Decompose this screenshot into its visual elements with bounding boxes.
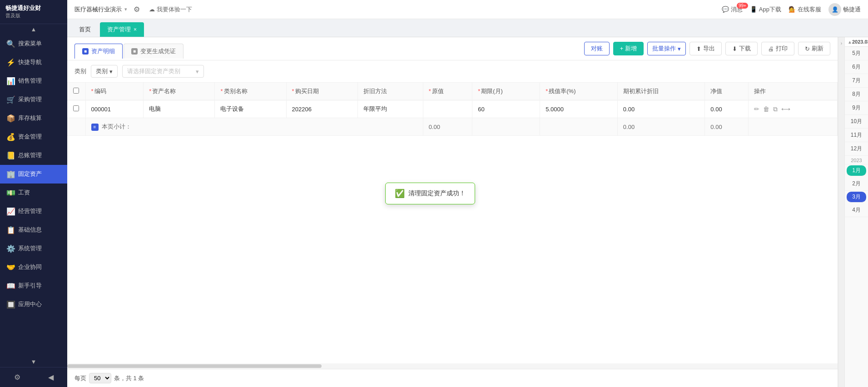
sidebar-item-payroll[interactable]: 💵 工资 (0, 184, 67, 202)
sidebar-item-label-inventory: 库存核算 (18, 114, 42, 122)
company-selector[interactable]: 医疗器械行业演示 ▾ (74, 5, 127, 14)
sidebar-scroll-down[interactable]: ▼ (0, 357, 67, 367)
per-page-select[interactable]: 50 (89, 373, 111, 383)
row-initial-accumulated: 0.00 (617, 100, 705, 118)
tab-asset-management[interactable]: 资产管理 × (100, 22, 144, 37)
select-all-checkbox[interactable] (73, 88, 79, 94)
app-download-btn[interactable]: 📱 App下载 (750, 5, 781, 14)
payroll-icon: 💵 (6, 189, 15, 197)
category-value-select[interactable]: 请选择固定资产类别 ▾ (122, 65, 204, 78)
sub-tab-asset-detail[interactable]: ■ 资产明细 (74, 44, 123, 59)
company-dropdown-arrow: ▾ (124, 6, 127, 12)
sub-tab-voucher[interactable]: ■ 变更生成凭证 (124, 44, 184, 59)
export-button[interactable]: ⬆ 导出 (689, 42, 722, 55)
month-aug[interactable]: 8月 (845, 88, 868, 101)
user-menu[interactable]: 👤 畅捷通 (828, 3, 861, 16)
th-period: *期限(月) (472, 83, 540, 100)
download-btn-icon: ⬇ (732, 45, 737, 52)
category-type-select[interactable]: 类别 ▾ (91, 65, 118, 78)
row-name: 电脑 (144, 100, 215, 118)
ledger-icon: 📒 (6, 151, 15, 160)
batch-button[interactable]: 批量操作 ▾ (647, 42, 686, 55)
category-type-arrow: ▾ (109, 68, 113, 75)
category-type-value: 类别 (96, 67, 108, 75)
month-may[interactable]: 5月 (845, 47, 868, 60)
toast-message: 清理固定资产成功！ (408, 189, 466, 198)
settings-gear-icon[interactable]: ⚙ (132, 3, 142, 15)
experience-btn[interactable]: ☁ 我要体验一下 (149, 5, 192, 14)
new-button[interactable]: + 新增 (613, 42, 644, 55)
sidebar-item-quick-nav[interactable]: ⚡ 快捷导航 (0, 53, 67, 72)
sidebar-item-system[interactable]: ⚙️ 系统管理 (0, 239, 67, 258)
month-dec[interactable]: 12月 (845, 142, 868, 156)
sidebar-item-label-payroll: 工资 (18, 189, 30, 197)
month-feb[interactable]: 2月 (845, 177, 868, 191)
refresh-icon: ↻ (805, 45, 810, 52)
sidebar-item-search[interactable]: 🔍 搜索菜单 (0, 35, 67, 53)
panel-up-arrow[interactable]: ▲ (848, 40, 852, 45)
month-sep[interactable]: 9月 (845, 101, 868, 115)
subtotal-row: ≡ 本页小计： 0.00 0.00 0.00 (67, 118, 838, 136)
sidebar-item-operations[interactable]: 📈 经营管理 (0, 202, 67, 221)
subtotal-original: 0.00 (423, 118, 472, 136)
collapse-icon[interactable]: ◀ (45, 371, 57, 383)
purchase-icon: 🛒 (6, 95, 15, 104)
online-service-btn[interactable]: 💁 在线客服 (789, 5, 821, 14)
download-button[interactable]: ⬇ 下载 (725, 42, 758, 55)
more-icon[interactable]: ⟷ (781, 105, 790, 113)
month-apr[interactable]: 4月 (845, 203, 868, 217)
tab-active-label: 资产管理 (107, 25, 131, 34)
sidebar-item-finance[interactable]: 💰 资金管理 (0, 128, 67, 146)
sidebar-item-basic-info[interactable]: 📋 基础信息 (0, 221, 67, 239)
th-depreciation-method: 折旧方法 (357, 83, 423, 100)
search-icon: 🔍 (6, 40, 15, 48)
user-name: 畅捷通 (843, 5, 861, 14)
month-jun[interactable]: 6月 (845, 60, 868, 74)
scrollbar-thumb[interactable] (67, 364, 322, 368)
month-jul[interactable]: 7月 (845, 74, 868, 88)
th-initial-accumulated: 期初累计折旧 (617, 83, 705, 100)
row-net-value: 0.00 (705, 100, 748, 118)
app-edition: 普及版 (5, 12, 62, 19)
right-panel: ▲ 2023.03 ▼ 5月 6月 7月 8月 9月 10月 11月 12月 2… (844, 37, 868, 387)
right-panel-months: 5月 6月 7月 8月 9月 10月 11月 12月 2023 1月 2月 3月… (845, 47, 868, 387)
panel-collapse-arrow: › (841, 41, 842, 46)
sales-icon: 📊 (6, 77, 15, 85)
delete-icon[interactable]: 🗑 (763, 105, 769, 113)
panel-collapse-btn[interactable]: › (838, 37, 844, 387)
reconcile-button[interactable]: 对账 (584, 42, 610, 55)
th-name: *资产名称 (144, 83, 215, 100)
row-checkbox[interactable] (73, 105, 79, 111)
sidebar-item-enterprise[interactable]: 🤝 企业协同 (0, 258, 67, 277)
total-count-label: 条，共 1 条 (114, 374, 144, 382)
batch-arrow-icon: ▾ (678, 45, 681, 52)
message-btn[interactable]: 💬 消息 99+ (722, 5, 743, 14)
sidebar-item-fixed-assets[interactable]: 🏢 固定资产 (0, 165, 67, 184)
horizontal-scrollbar[interactable] (67, 363, 838, 369)
refresh-button[interactable]: ↻ 刷新 (798, 42, 830, 55)
sidebar-item-guide[interactable]: 📖 新手引导 (0, 277, 67, 295)
month-mar-active[interactable]: 3月 (847, 192, 866, 203)
settings-icon[interactable]: ⚙ (10, 371, 24, 383)
print-button[interactable]: 🖨 打印 (761, 42, 794, 55)
download-label: 下载 (739, 45, 751, 53)
sidebar-item-app-center[interactable]: 🔲 应用中心 (0, 295, 67, 314)
tab-home[interactable]: 首页 (72, 22, 98, 37)
copy-icon[interactable]: ⧉ (773, 105, 778, 113)
month-oct[interactable]: 10月 (845, 115, 868, 129)
sidebar-item-inventory[interactable]: 📦 库存核算 (0, 109, 67, 128)
edit-icon[interactable]: ✏ (754, 105, 759, 113)
table-header-row: *编码 *资产名称 *类别名称 *购买日期 折旧方法 *原值 *期限(月) *残… (67, 83, 838, 100)
sidebar-item-sales[interactable]: 📊 销售管理 (0, 72, 67, 90)
month-nov[interactable]: 11月 (845, 129, 868, 142)
sidebar-item-purchase[interactable]: 🛒 采购管理 (0, 90, 67, 109)
sidebar-scroll-up[interactable]: ▲ (0, 24, 67, 35)
sidebar-item-ledger[interactable]: 📒 总账管理 (0, 146, 67, 165)
print-label: 打印 (776, 45, 788, 53)
month-jan[interactable]: 1月 (847, 165, 866, 176)
voucher-tab-icon: ■ (131, 48, 138, 55)
export-label: 导出 (703, 45, 715, 53)
row-category: 电子设备 (215, 100, 286, 118)
avatar: 👤 (828, 3, 841, 16)
tab-close-icon[interactable]: × (134, 26, 137, 33)
